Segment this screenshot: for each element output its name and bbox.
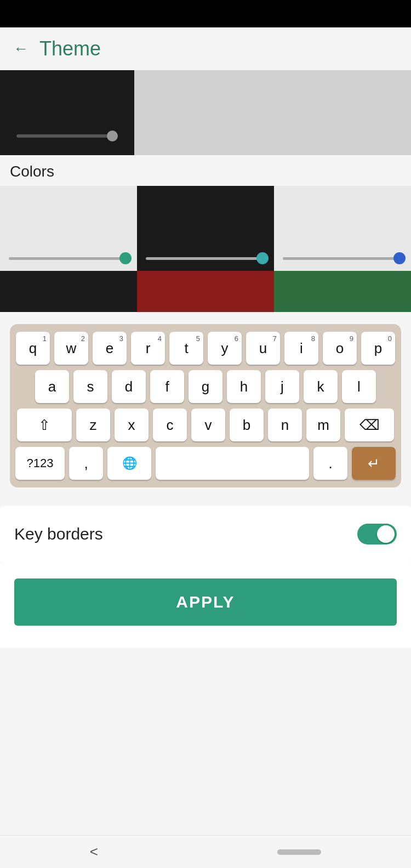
shift-key[interactable]: ⇧ — [17, 409, 72, 441]
return-key[interactable]: ↵ — [352, 447, 396, 480]
colors-section-label: Colors — [0, 155, 411, 186]
header: ← Theme — [0, 27, 411, 70]
bottom-back-button[interactable]: < — [90, 843, 98, 860]
key-z[interactable]: z — [76, 409, 110, 441]
comma-key[interactable]: , — [69, 447, 103, 480]
key-o[interactable]: o9 — [323, 332, 357, 365]
key-borders-row: Key borders — [0, 506, 411, 562]
key-t[interactable]: t5 — [169, 332, 203, 365]
color-slider-1 — [9, 257, 121, 260]
apply-section: APPLY — [0, 562, 411, 648]
key-g[interactable]: g — [189, 370, 222, 403]
theme-slider-dot — [107, 131, 118, 141]
theme-dark-option[interactable] — [0, 70, 134, 155]
theme-slider-bar — [16, 134, 118, 138]
color-slider-2 — [146, 257, 258, 260]
color-slider-3 — [283, 257, 395, 260]
key-a[interactable]: a — [35, 370, 69, 403]
key-b[interactable]: b — [230, 409, 264, 441]
apply-button[interactable]: APPLY — [14, 578, 397, 626]
key-l[interactable]: l — [342, 370, 376, 403]
key-w[interactable]: w2 — [54, 332, 88, 365]
key-y[interactable]: y6 — [208, 332, 242, 365]
key-s[interactable]: s — [73, 370, 107, 403]
keyboard-container: 🎤 q1 w2 e3 r4 t5 y6 u7 i8 o9 p0 a s d f … — [10, 324, 401, 487]
key-d[interactable]: d — [112, 370, 146, 403]
toggle-knob — [377, 525, 395, 543]
key-k[interactable]: k — [304, 370, 338, 403]
swatch-green[interactable] — [274, 271, 411, 312]
key-x[interactable]: x — [115, 409, 149, 441]
back-button[interactable]: ← — [13, 40, 28, 58]
symbol-key[interactable]: ?123 — [15, 447, 65, 480]
theme-thumbnails-section — [0, 70, 411, 155]
bottom-home-pill[interactable] — [277, 849, 321, 855]
key-q[interactable]: q1 — [16, 332, 50, 365]
swatch-black[interactable] — [0, 271, 137, 312]
key-i[interactable]: i8 — [284, 332, 318, 365]
key-u[interactable]: u7 — [246, 332, 280, 365]
backspace-key[interactable]: ⌫ — [345, 409, 394, 441]
key-borders-label: Key borders — [14, 525, 357, 543]
key-n[interactable]: n — [268, 409, 302, 441]
keyboard-row-2: a s d f g h j k l — [15, 370, 396, 403]
key-m[interactable]: m — [306, 409, 340, 441]
period-key[interactable]: . — [313, 447, 347, 480]
key-e[interactable]: e3 — [93, 332, 127, 365]
spacebar-key[interactable] — [156, 447, 309, 480]
key-c[interactable]: c — [153, 409, 187, 441]
keyboard-row-4: ?123 , 🌐 . ↵ — [15, 447, 396, 480]
bottom-nav-bar: < — [0, 835, 411, 868]
keyboard-preview-section: 🎤 q1 w2 e3 r4 t5 y6 u7 i8 o9 p0 a s d f … — [0, 312, 411, 493]
key-v[interactable]: v — [191, 409, 225, 441]
key-borders-toggle[interactable] — [357, 524, 397, 544]
color-dot-1 — [119, 252, 132, 264]
key-f[interactable]: f — [150, 370, 184, 403]
color-option-3[interactable] — [274, 186, 411, 271]
key-j[interactable]: j — [265, 370, 299, 403]
color-dot-3 — [393, 252, 406, 264]
colors-grid-row1 — [0, 186, 411, 271]
keyboard-row-3: ⇧ z x c v b n m ⌫ — [15, 409, 396, 441]
key-r[interactable]: r4 — [131, 332, 165, 365]
color-dot-2 — [256, 252, 269, 264]
theme-light-option[interactable] — [134, 70, 411, 155]
globe-key[interactable]: 🌐 — [107, 447, 151, 480]
status-bar — [0, 0, 411, 27]
keyboard-row-1: q1 w2 e3 r4 t5 y6 u7 i8 o9 p0 — [15, 332, 396, 365]
color-option-dark-selected[interactable] — [137, 186, 274, 271]
key-h[interactable]: h — [227, 370, 261, 403]
swatch-red[interactable] — [137, 271, 274, 312]
theme-thumbnails — [0, 70, 411, 155]
page-title: Theme — [39, 37, 101, 60]
key-p[interactable]: p0 — [361, 332, 395, 365]
color-option-light[interactable] — [0, 186, 137, 271]
colors-swatches-row — [0, 271, 411, 312]
